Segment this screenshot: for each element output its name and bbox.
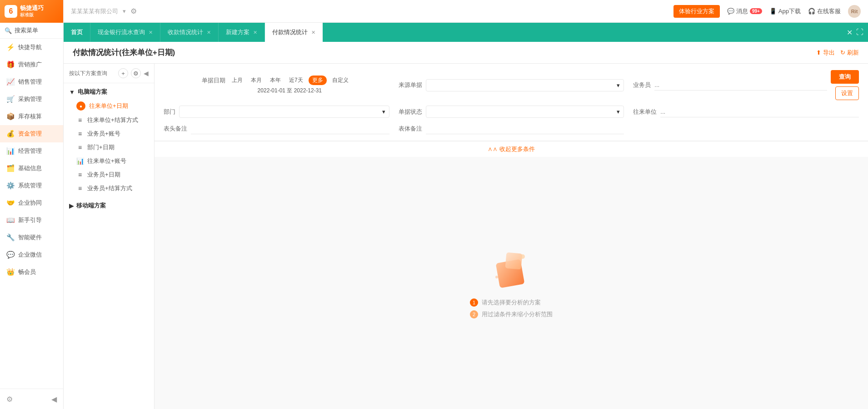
sidebar-item-quick-nav[interactable]: ⚡ 快捷导航 — [0, 39, 63, 56]
sidebar-item-sales[interactable]: 📈 销售管理 — [0, 73, 63, 91]
dropdown-icon[interactable]: ▾ — [123, 8, 126, 15]
tab-home[interactable]: 首页 — [64, 23, 90, 42]
online-service-action[interactable]: 🎧 在线客服 — [808, 7, 841, 15]
dept-dropdown-icon: ▾ — [382, 108, 385, 115]
sidebar-item-purchase[interactable]: 🛒 采购管理 — [0, 91, 63, 108]
enterprise-wechat-icon: 💬 — [6, 251, 15, 259]
tab-receipt-stat-label: 收款情况统计 — [168, 28, 203, 36]
export-action[interactable]: ⬆ 导出 — [816, 49, 835, 57]
scheme-settings-btn[interactable]: ⚙ — [131, 68, 141, 78]
date-option-last-month[interactable]: 上月 — [229, 76, 245, 85]
sidebar-item-operation[interactable]: 📊 经营管理 — [0, 142, 63, 160]
enterprise-icon: 🤝 — [6, 199, 15, 207]
sidebar-item-finance[interactable]: 💰 资金管理 — [0, 125, 63, 142]
app-download-action[interactable]: 📱 App下载 — [769, 7, 801, 15]
company-name: 某某某某有限公司 — [71, 7, 118, 15]
scheme-item-counterpart-date[interactable]: ● 往来单位+日期 — [64, 99, 154, 113]
settings-icon[interactable]: ⚙ — [130, 7, 137, 15]
header-note-input[interactable] — [191, 123, 389, 134]
status-select[interactable]: ▾ — [426, 106, 624, 118]
sidebar-item-basic-info[interactable]: 🗂️ 基础信息 — [0, 160, 63, 177]
scheme-item-label: 往来单位+日期 — [89, 102, 128, 110]
query-actions: 查询 设置 — [831, 70, 859, 100]
scheme-item-dept-date[interactable]: ≡ 部门+日期 — [64, 141, 154, 154]
tab-new-scheme-close[interactable]: ✕ — [253, 30, 257, 35]
tab-receipt-stat[interactable]: 收款情况统计 ✕ — [160, 23, 219, 42]
salesman-input[interactable] — [654, 80, 827, 91]
scheme-item-salesman-payment[interactable]: ≡ 业务员+结算方式 — [64, 182, 154, 195]
filter-header-note-item: 表头备注 — [164, 123, 389, 134]
filter-section: 单据日期 上月 本月 本年 近7天 更多 自定义 2022 — [155, 64, 868, 141]
footer-collapse-icon[interactable]: ◀ — [51, 395, 57, 404]
dept-select[interactable]: ▾ — [179, 106, 389, 118]
date-option-more[interactable]: 更多 — [309, 76, 327, 85]
date-option-custom[interactable]: 自定义 — [329, 76, 351, 85]
tab-expand-icon[interactable]: ⛶ — [856, 28, 863, 36]
search-menu[interactable]: 🔍 搜索菜单 — [0, 23, 63, 39]
tab-bank-flow-close[interactable]: ✕ — [149, 30, 153, 35]
message-icon: 💬 — [727, 8, 734, 15]
tab-home-label: 首页 — [71, 28, 83, 36]
counterpart-input[interactable] — [660, 106, 859, 117]
message-action[interactable]: 💬 消息 99+ — [727, 7, 762, 15]
page-content: 付款情况统计(往来单位+日期) ⬆ 导出 ↻ 刷新 按以下方案查询 — [64, 42, 868, 409]
scheme-icon: ≡ — [76, 171, 84, 178]
refresh-action[interactable]: ↻ 刷新 — [840, 49, 859, 57]
refresh-icon: ↻ — [840, 49, 845, 56]
sidebar-item-label: 采购管理 — [18, 95, 42, 103]
tab-bank-flow[interactable]: 现金银行流水查询 ✕ — [90, 23, 160, 42]
sidebar-item-marketing[interactable]: 🎁 营销推广 — [0, 56, 63, 73]
tab-payment-stat-close[interactable]: ✕ — [311, 30, 315, 35]
sidebar-item-label: 资金管理 — [18, 130, 42, 138]
mobile-section-label: 移动端方案 — [76, 202, 106, 210]
sidebar-item-inventory[interactable]: 📦 库存核算 — [0, 108, 63, 125]
sidebar-item-enterprise-wechat[interactable]: 💬 企业微信 — [0, 246, 63, 263]
sidebar-item-guide[interactable]: 📖 新手引导 — [0, 212, 63, 229]
tab-close-all-icon[interactable]: ✕ — [847, 28, 853, 37]
date-option-last-7days[interactable]: 近7天 — [286, 76, 306, 85]
scheme-icon: ≡ — [76, 144, 84, 151]
filter-dept-item: 部门 ▾ — [164, 106, 389, 118]
filter-body-note-item: 表体备注 — [399, 123, 624, 134]
sidebar-item-label: 系统管理 — [18, 182, 42, 190]
date-option-this-year[interactable]: 本年 — [267, 76, 284, 85]
scheme-item-counterpart-account[interactable]: 📊 往来单位+账号 — [64, 154, 154, 168]
scheme-icon: 📊 — [76, 157, 84, 165]
collapse-more-btn[interactable]: ∧∧ 收起更多条件 — [155, 141, 868, 157]
tab-receipt-stat-close[interactable]: ✕ — [207, 30, 211, 35]
app-download-icon: 📱 — [769, 8, 777, 15]
experience-btn[interactable]: 体验行业方案 — [673, 5, 720, 18]
source-select[interactable]: ▾ — [426, 79, 624, 91]
tab-new-scheme[interactable]: 新建方案 ✕ — [219, 23, 265, 42]
scheme-item-counterpart-payment[interactable]: ≡ 往来单位+结算方式 — [64, 113, 154, 127]
filter-row-2: 部门 ▾ 单据状态 ▾ — [164, 106, 859, 118]
scheme-item-salesman-date[interactable]: ≡ 业务员+日期 — [64, 168, 154, 182]
settings-button[interactable]: 设置 — [835, 86, 859, 100]
scheme-collapse-btn[interactable]: ◀ — [144, 70, 149, 77]
search-menu-label: 搜索菜单 — [15, 26, 38, 35]
export-icon: ⬆ — [816, 49, 821, 56]
sidebar-item-smart-hw[interactable]: 🔧 智能硬件 — [0, 229, 63, 246]
scheme-item-salesman-account[interactable]: ≡ 业务员+账号 — [64, 127, 154, 141]
scheme-item-label: 往来单位+账号 — [87, 157, 126, 165]
user-avatar[interactable]: Rit — [848, 5, 861, 18]
salesman-label: 业务员 — [633, 81, 651, 89]
sidebar-item-enterprise[interactable]: 🤝 企业协同 — [0, 194, 63, 212]
footer-settings-icon[interactable]: ⚙ — [6, 395, 13, 404]
source-label: 来源单据 — [399, 81, 422, 89]
add-scheme-btn[interactable]: + — [118, 68, 128, 78]
filter-counterpart-item: 往来单位 — [633, 106, 859, 117]
query-button[interactable]: 查询 — [831, 70, 859, 84]
sidebar-item-member[interactable]: 👑 畅会员 — [0, 263, 63, 281]
mobile-section-header[interactable]: ▶ 移动端方案 — [64, 199, 154, 212]
gear-icon: ⚙ — [133, 70, 139, 77]
main-content: 某某某某有限公司 ▾ ⚙ 体验行业方案 💬 消息 99+ 📱 App下载 🎧 在… — [64, 0, 868, 409]
date-option-this-month[interactable]: 本月 — [248, 76, 264, 85]
tab-payment-stat[interactable]: 付款情况统计 ✕ — [265, 23, 323, 42]
sidebar-item-sys-manage[interactable]: ⚙️ 系统管理 — [0, 177, 63, 194]
empty-tip-2: 2 用过滤条件来缩小分析范围 — [470, 310, 553, 318]
source-dropdown-icon: ▾ — [617, 82, 620, 89]
body-note-input[interactable] — [426, 123, 624, 134]
scheme-panel-header: 按以下方案查询 + ⚙ ◀ — [64, 64, 154, 83]
desktop-section-header[interactable]: ▼ 电脑端方案 — [64, 85, 154, 99]
